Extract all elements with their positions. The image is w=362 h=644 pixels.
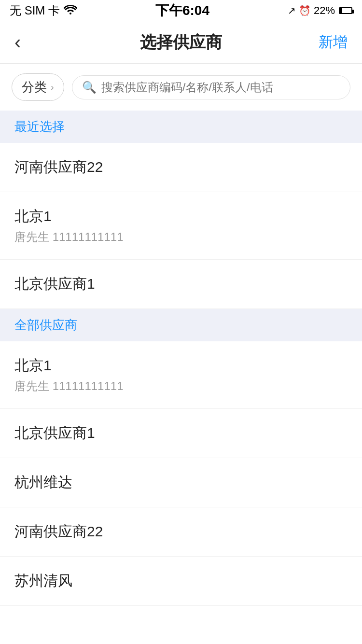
supplier-sub: 唐先生 11111111111 [14,229,348,245]
chevron-right-icon: › [51,82,54,93]
supplier-name: 北京1 [14,356,348,376]
status-right: ↗ ⏰ 22% [288,4,352,17]
back-button[interactable]: ‹ [14,31,43,53]
list-item[interactable]: 北京1 唐先生 11111111111 [0,192,362,260]
recent-section-header: 最近选择 [0,111,362,143]
list-item[interactable]: 苏州清风 [0,557,362,606]
status-time: 下午6:04 [155,1,209,20]
category-label: 分类 [22,79,47,96]
search-icon: 🔍 [82,81,97,94]
recent-items-list: 河南供应商22 北京1 唐先生 11111111111 北京供应商1 [0,143,362,309]
supplier-name: 河南供应商22 [14,522,348,542]
alarm-icon: ⏰ [299,5,311,16]
supplier-name: 北京供应商1 [14,274,348,294]
no-sim-text: 无 SIM 卡 [10,3,60,18]
add-button[interactable]: 新增 [319,32,348,52]
supplier-name: 苏州清风 [14,571,348,591]
list-item[interactable]: 河南供应商22 [0,507,362,557]
supplier-name: 北京1 [14,207,348,226]
supplier-name: 杭州维达 [14,473,348,492]
battery-text: 22% [314,4,335,17]
wifi-icon [64,4,77,17]
search-box[interactable]: 🔍 [72,75,350,99]
location-icon: ↗ [288,5,296,16]
status-left: 无 SIM 卡 [10,3,77,18]
supplier-name: 北京供应商1 [14,423,348,443]
list-item[interactable]: 北京供应商1 [0,260,362,309]
list-item[interactable]: 杭州维达 [0,458,362,507]
all-section-label: 全部供应商 [14,318,77,332]
list-item[interactable]: 北京供应商1 [0,409,362,458]
supplier-name: 河南供应商22 [14,157,348,177]
all-items-list: 北京1 唐先生 11111111111 北京供应商1 杭州维达 河南供应商22 … [0,341,362,606]
battery-icon [339,7,352,14]
recent-section-label: 最近选择 [14,119,65,134]
all-section-header: 全部供应商 [0,309,362,341]
filter-bar: 分类 › 🔍 [0,64,362,111]
nav-bar: ‹ 选择供应商 新增 [0,21,362,64]
status-bar: 无 SIM 卡 下午6:04 ↗ ⏰ 22% [0,0,362,21]
page-title: 选择供应商 [140,31,222,54]
supplier-sub: 唐先生 11111111111 [14,378,348,394]
search-input[interactable] [101,81,340,94]
list-item[interactable]: 河南供应商22 [0,143,362,192]
list-item[interactable]: 北京1 唐先生 11111111111 [0,341,362,409]
category-button[interactable]: 分类 › [12,73,64,101]
